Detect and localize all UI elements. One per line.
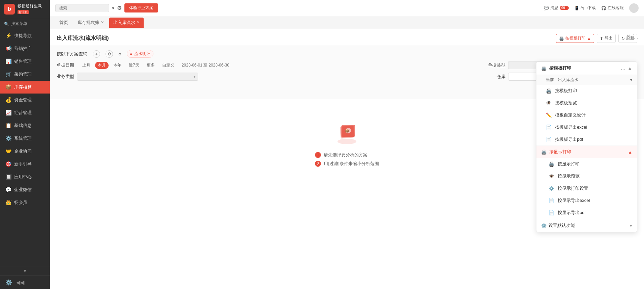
settings-default-icon: ⚙️ bbox=[541, 223, 547, 228]
panel-item-template-custom[interactable]: ✏️ 模板自定义设计 bbox=[536, 109, 637, 121]
sidebar-item-label: 基础信息 bbox=[14, 123, 32, 129]
group-print-icon: 🖨️ bbox=[541, 150, 547, 155]
tabbar: 首页 库存批次账 ✕ 出入库流水 ✕ bbox=[50, 16, 644, 29]
panel-item-display-pdf[interactable]: 📄 按显示导出pdf bbox=[536, 207, 637, 219]
sidebar-item-wechat[interactable]: 💬 企业微信 bbox=[0, 183, 50, 196]
date-btn-custom[interactable]: 自定义 bbox=[159, 62, 177, 69]
sidebar-item-finance[interactable]: 💰 资金管理 bbox=[0, 94, 50, 106]
panel-item-template-preview[interactable]: 👁️ 按模板预览 bbox=[536, 97, 637, 109]
panel-item-display-excel[interactable]: 📄 按显示导出excel bbox=[536, 194, 637, 207]
panel-item-label: 模板自定义设计 bbox=[555, 112, 586, 118]
print-template-btn[interactable]: 🖨️ 按模板打印 ▲ bbox=[556, 34, 594, 43]
sidebar-item-label: 库存核算 bbox=[14, 84, 32, 90]
filter-add-btn[interactable]: + bbox=[93, 50, 100, 58]
panel-collapse-btn[interactable]: ▲ bbox=[627, 65, 632, 71]
system-icon: ⚙️ bbox=[5, 135, 11, 141]
panel-item-display-print[interactable]: 🖨️ 按显示打印 bbox=[536, 158, 637, 170]
panel-header: 🖨️ 按模板打印 ... ▲ bbox=[536, 62, 637, 75]
date-btn-last-month[interactable]: 上月 bbox=[80, 62, 93, 69]
date-filter: 上月 本月 本年 近7天 更多 自定义 2023-06-01 至 2023-06… bbox=[80, 62, 356, 69]
template-custom-icon: ✏️ bbox=[546, 112, 552, 118]
filter-tag-label: 流水明细 bbox=[134, 51, 150, 57]
message-btn[interactable]: 💬 消息 99+ bbox=[544, 5, 569, 11]
appcenter-icon: 🔲 bbox=[5, 174, 11, 180]
date-btn-more[interactable]: 更多 bbox=[144, 62, 157, 69]
sidebar-item-label: 资金管理 bbox=[14, 97, 32, 103]
sidebar-scroll-down[interactable]: ▼ bbox=[0, 266, 50, 275]
empty-illustration: 📦 bbox=[333, 120, 360, 147]
topbar: ▾ ⚙ 体验行业方案 💬 消息 99+ 📱 App下载 🎧 在线客服 bbox=[50, 0, 644, 16]
sidebar-item-inventory[interactable]: 📦 库存核算 bbox=[0, 81, 50, 94]
footer-chevron-down-icon[interactable]: ▾ bbox=[630, 223, 632, 228]
date-btn-this-month[interactable]: 本月 bbox=[95, 62, 109, 69]
panel-item-label: 按显示打印 bbox=[558, 161, 580, 167]
sidebar-item-sales[interactable]: 📊 销售管理 bbox=[0, 55, 50, 68]
step-num-1: 1 bbox=[315, 152, 321, 158]
svg-point-0 bbox=[338, 139, 356, 144]
panel-item-display-settings[interactable]: ⚙️ 按显示打印设置 bbox=[536, 182, 637, 194]
sidebar-item-purchase[interactable]: 🛒 采购管理 bbox=[0, 68, 50, 81]
date-filter-label: 单据日期 bbox=[57, 62, 74, 68]
panel-item-template-excel[interactable]: 📄 按模板导出excel bbox=[536, 121, 637, 133]
sidebar-item-operation[interactable]: 📈 经营管理 bbox=[0, 106, 50, 119]
industry-btn[interactable]: 体验行业方案 bbox=[124, 3, 158, 12]
step-1-text: 请先选择要分析的方案 bbox=[324, 152, 368, 158]
set-default-btn[interactable]: ⚙️ 设置默认功能 bbox=[541, 222, 575, 229]
sidebar-item-marketing[interactable]: 📢 营销推广 bbox=[0, 42, 50, 55]
tab-batch-close[interactable]: ✕ bbox=[101, 20, 104, 25]
app-download-btn[interactable]: 📱 App下载 bbox=[574, 5, 596, 11]
sidebar-item-guide[interactable]: 🎯 新手引导 bbox=[0, 158, 50, 170]
panel-item-label: 按显示打印设置 bbox=[558, 185, 588, 191]
display-pdf-icon: 📄 bbox=[549, 210, 554, 215]
sidebar-item-quick-nav[interactable]: ⚡ 快捷导航 bbox=[0, 29, 50, 42]
user-avatar[interactable] bbox=[629, 3, 639, 13]
biz-type-select[interactable] bbox=[77, 73, 198, 81]
panel-group-left: 🖨️ 按显示打印 bbox=[541, 149, 571, 155]
content-area: 出入库流水(流水明细) 🖨️ 按模板打印 ▲ ⬆ 导出 ↻ 刷新 ✕ bbox=[50, 29, 644, 289]
online-service-btn[interactable]: 🎧 在线客服 bbox=[601, 5, 624, 11]
sidebar-item-basic[interactable]: 📋 基础信息 bbox=[0, 119, 50, 132]
online-service-label: 在线客服 bbox=[608, 5, 624, 11]
page-title: 出入库流水(流水明细) bbox=[57, 35, 109, 42]
tab-home[interactable]: 首页 bbox=[55, 18, 72, 28]
panel-item-display-preview[interactable]: 👁️ 按显示预览 bbox=[536, 170, 637, 182]
expand-icon[interactable]: ⛶ bbox=[633, 33, 639, 40]
current-label: 当前：出入库流水 bbox=[546, 77, 578, 83]
sidebar-item-system[interactable]: ⚙️ 系统管理 bbox=[0, 132, 50, 145]
date-btn-this-year[interactable]: 本年 bbox=[111, 62, 124, 69]
topbar-dropdown-icon[interactable]: ▾ bbox=[112, 5, 114, 11]
sidebar-settings-icon[interactable]: ⚙️ bbox=[5, 279, 12, 286]
search-menu[interactable]: 🔍 搜索菜单 bbox=[0, 18, 50, 29]
sidebar-item-collab[interactable]: 🤝 企业协同 bbox=[0, 145, 50, 158]
message-badge: 99+ bbox=[560, 6, 569, 10]
date-btn-7days[interactable]: 近7天 bbox=[126, 62, 142, 69]
topbar-gear-icon[interactable]: ⚙ bbox=[117, 5, 122, 11]
export-btn[interactable]: ⬆ 导出 bbox=[597, 34, 616, 43]
guide-icon: 🎯 bbox=[5, 161, 11, 167]
panel-group-header[interactable]: 🖨️ 按显示打印 ▲ bbox=[536, 146, 637, 158]
tab-batch[interactable]: 库存批次账 ✕ bbox=[74, 18, 108, 28]
tab-flow-close[interactable]: ✕ bbox=[137, 20, 140, 25]
panel-footer: ⚙️ 设置默认功能 ▾ bbox=[536, 219, 637, 232]
panel-dots-btn[interactable]: ... bbox=[621, 66, 625, 71]
sidebar-item-member[interactable]: 👑 畅会员 bbox=[0, 196, 50, 209]
sidebar-collapse-icon[interactable]: ◀◀ bbox=[16, 279, 24, 286]
filter-settings-btn[interactable]: ⚙ bbox=[106, 50, 113, 58]
topbar-search-input[interactable] bbox=[55, 4, 109, 12]
panel-header-left: 🖨️ 按模板打印 bbox=[541, 65, 571, 71]
sidebar-item-appcenter[interactable]: 🔲 应用中心 bbox=[0, 170, 50, 183]
chevron-down-icon[interactable]: ▾ bbox=[630, 78, 632, 82]
filter-collapse-btn[interactable]: « bbox=[118, 51, 121, 57]
search-icon: 🔍 bbox=[4, 22, 9, 26]
biz-type-select-wrap: ▾ bbox=[77, 73, 198, 81]
step-2-text: 用[过滤]条件来缩小分析范围 bbox=[324, 161, 379, 167]
close-icon[interactable]: ✕ bbox=[626, 33, 631, 40]
main-area: ▾ ⚙ 体验行业方案 💬 消息 99+ 📱 App下载 🎧 在线客服 首页 bbox=[50, 0, 644, 289]
panel-item-template-print[interactable]: 🖨️ 按模板打印 bbox=[536, 85, 637, 97]
export-icon: ⬆ bbox=[600, 36, 603, 41]
filter-tag: ● 流水明细 bbox=[127, 50, 153, 58]
panel-item-template-pdf[interactable]: 📄 按模板导出pdf bbox=[536, 133, 637, 146]
tab-flow[interactable]: 出入库流水 ✕ bbox=[109, 18, 144, 28]
filter-tag-icon: ● bbox=[130, 52, 132, 56]
display-print-icon: 🖨️ bbox=[549, 161, 554, 167]
